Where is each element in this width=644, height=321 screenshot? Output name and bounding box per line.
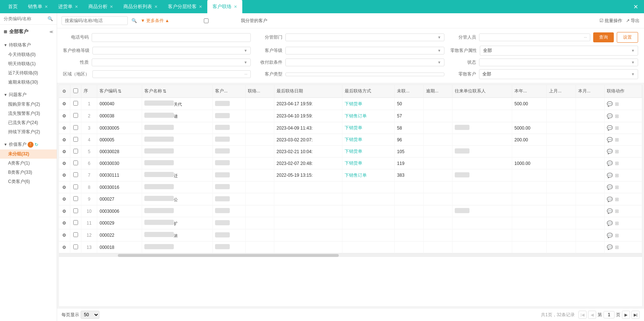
row-checkbox-cell[interactable]	[70, 122, 81, 134]
row-checkbox[interactable]	[73, 101, 78, 106]
row-checkbox-cell[interactable]	[70, 134, 81, 146]
close-tab-customer-contact[interactable]: ✕	[234, 4, 237, 9]
row-checkbox[interactable]	[73, 113, 78, 118]
close-tab-product-analysis[interactable]: ✕	[110, 4, 113, 9]
sidebar-item-class-c[interactable]: C类客户(6)	[0, 177, 57, 186]
grid-action-icon[interactable]: ⊞	[615, 184, 619, 190]
row-settings[interactable]: ⚙	[59, 110, 70, 122]
row-last-contact-method[interactable]: 下销货单	[342, 98, 395, 110]
close-tab-customer-segment[interactable]: ✕	[199, 4, 202, 9]
row-last-contact-method[interactable]: 下销货单	[342, 146, 395, 158]
grid-action-icon[interactable]: ⊞	[615, 149, 619, 154]
grid-action-icon[interactable]: ⊞	[615, 160, 619, 166]
row-name[interactable]: 请	[142, 110, 213, 122]
row-settings[interactable]: ⚙	[59, 98, 70, 110]
close-tab-product-analysis-list[interactable]: ✕	[154, 4, 158, 9]
pending-group-title[interactable]: ▼ 待联络客户	[0, 40, 57, 50]
tab-purchase[interactable]: 进货单 ✕	[53, 0, 83, 13]
table-scroll-bar[interactable]	[59, 253, 642, 257]
sidebar-item-class-a[interactable]: A类客户(1)	[0, 159, 57, 168]
row-name[interactable]: 迁	[142, 169, 213, 181]
grid-action-icon[interactable]: ⊞	[615, 244, 619, 250]
retail-attr-select[interactable]: 全部 ▼	[480, 46, 638, 56]
row-checkbox-cell[interactable]	[70, 158, 81, 169]
tab-sales[interactable]: 销售单 ✕	[23, 0, 53, 13]
row-checkbox[interactable]	[73, 137, 78, 142]
row-checkbox-cell[interactable]	[70, 205, 81, 217]
row-checkbox-cell[interactable]	[70, 110, 81, 122]
sidebar-item-abnormal[interactable]: 囤购异常客户(2)	[0, 100, 57, 109]
message-icon[interactable]: 💬	[607, 160, 613, 166]
message-icon[interactable]: 💬	[607, 208, 613, 214]
row-settings[interactable]: ⚙	[59, 134, 70, 146]
row-name[interactable]	[142, 205, 213, 217]
row-checkbox[interactable]	[73, 160, 78, 165]
row-checkbox[interactable]	[73, 220, 78, 225]
th-code[interactable]: 客户编码⇅	[97, 85, 142, 98]
tab-product-analysis-list[interactable]: 商品分析列表 ✕	[118, 0, 163, 13]
row-name[interactable]: 浓	[142, 229, 213, 241]
grid-action-icon[interactable]: ⊞	[615, 197, 619, 202]
row-name[interactable]	[142, 241, 213, 253]
row-name[interactable]: 公	[142, 193, 213, 205]
price-level-select[interactable]: ▼	[92, 47, 251, 54]
row-settings[interactable]: ⚙	[59, 122, 70, 134]
my-customers-checkbox[interactable]	[173, 18, 239, 23]
row-checkbox[interactable]	[73, 196, 78, 201]
value-group-title[interactable]: ▼ 价值客户 ! ↻	[0, 140, 57, 149]
row-last-contact-method[interactable]	[342, 205, 395, 217]
problem-group-title[interactable]: ▼ 问题客户	[0, 90, 57, 100]
row-settings[interactable]: ⚙	[59, 229, 70, 241]
row-last-contact-method[interactable]	[342, 181, 395, 193]
tab-home[interactable]: 首页	[3, 0, 23, 13]
row-last-contact-method[interactable]: 下销货单	[342, 122, 395, 134]
row-name[interactable]	[142, 158, 213, 169]
grid-action-icon[interactable]: ⊞	[615, 208, 619, 214]
message-icon[interactable]: 💬	[607, 149, 613, 154]
per-page-select[interactable]: 50 100	[81, 311, 99, 319]
page-input[interactable]	[603, 311, 615, 318]
tab-customer-segment[interactable]: 客户分层经客 ✕	[163, 0, 207, 13]
message-icon[interactable]: 💬	[607, 233, 613, 238]
status-select[interactable]: ▼	[479, 59, 638, 66]
message-icon[interactable]: 💬	[607, 221, 613, 226]
close-tab-sales[interactable]: ✕	[45, 4, 48, 9]
reset-button[interactable]: 设置	[617, 32, 638, 43]
row-last-contact-method[interactable]	[342, 217, 395, 229]
page-first-button[interactable]: |◀	[578, 311, 587, 319]
grid-action-icon[interactable]: ⊞	[615, 113, 619, 119]
message-icon[interactable]: 💬	[607, 137, 613, 142]
th-name[interactable]: 客户名称⇅	[142, 85, 213, 98]
row-last-contact-method[interactable]	[342, 193, 395, 205]
sidebar-item-today[interactable]: 今天待联络(0)	[0, 50, 57, 59]
region-select[interactable]: ···	[92, 70, 251, 78]
row-settings[interactable]: ⚙	[59, 158, 70, 169]
row-name[interactable]	[142, 134, 213, 146]
customer-level-select[interactable]: ▼	[285, 47, 444, 54]
phone-input[interactable]	[92, 33, 251, 42]
export-button[interactable]: ↗ 导出	[626, 18, 640, 24]
customer-type-select[interactable]	[285, 73, 444, 76]
page-last-button[interactable]: ▶|	[631, 311, 640, 319]
sidebar-item-churn-warning[interactable]: 流失预警客户(3)	[0, 109, 57, 118]
message-icon[interactable]: 💬	[607, 173, 613, 178]
th-settings[interactable]: ⚙	[59, 85, 70, 98]
sidebar-item-class-b[interactable]: B类客户(33)	[0, 168, 57, 177]
payment-select[interactable]: ▼	[285, 59, 444, 66]
row-last-contact-method[interactable]: 下销售订单	[342, 169, 395, 181]
row-last-contact-method[interactable]: 下销货单	[342, 134, 395, 146]
grid-action-icon[interactable]: ⊞	[615, 221, 619, 226]
row-name[interactable]: 关代	[142, 98, 213, 110]
row-checkbox[interactable]	[73, 208, 78, 213]
row-name[interactable]	[142, 146, 213, 158]
row-checkbox-cell[interactable]	[70, 169, 81, 181]
page-prev-button[interactable]: ◀	[588, 311, 596, 319]
row-checkbox[interactable]	[73, 244, 78, 249]
query-button[interactable]: 查询	[593, 32, 614, 42]
row-name[interactable]: 扩	[142, 217, 213, 229]
tab-customer-contact[interactable]: 客户联络 ✕	[207, 0, 242, 13]
row-checkbox[interactable]	[73, 232, 78, 237]
department-select[interactable]: ▼	[285, 33, 444, 41]
message-icon[interactable]: 💬	[607, 101, 613, 107]
retail-customer-select[interactable]: 全部 ▼	[479, 69, 638, 79]
